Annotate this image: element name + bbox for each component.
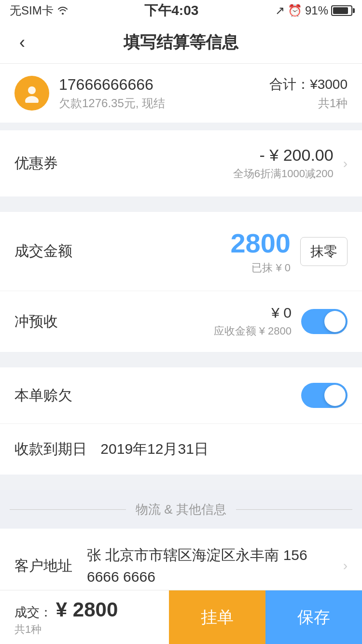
- separator2: [0, 360, 362, 367]
- divider-text: 物流 & 其他信息: [136, 501, 226, 518]
- customer-left: 17666666666 欠款1276.35元, 现结: [14, 76, 165, 111]
- coupon-section: 优惠券 - ¥ 200.00 全场6折满1000减200 ›: [0, 130, 362, 196]
- deal-amount-sub: 已抹 ¥ 0: [230, 261, 291, 275]
- bottom-bar: 成交： ¥ 2800 共1种 挂单 保存: [0, 590, 362, 644]
- logistics-divider: 物流 & 其他信息: [0, 490, 362, 529]
- deal-amount-value: 2800: [230, 227, 291, 259]
- battery-icon: [331, 5, 352, 16]
- status-time: 下午4:03: [144, 1, 198, 20]
- chong-label: 冲预收: [14, 312, 58, 332]
- duedate-row: 收款到期日 2019年12月31日: [0, 424, 362, 475]
- customer-right: 合计：¥3000 共1种: [269, 75, 348, 111]
- toggle-knob: [324, 311, 346, 332]
- svg-point-0: [28, 86, 36, 94]
- deal-amount-label: 成交金额: [14, 241, 72, 261]
- address-value: 张 北京市市辖区海淀区永丰南 156 6666 6666: [87, 544, 335, 588]
- chevron-right-icon: ›: [343, 156, 348, 171]
- divider-line-left: [10, 509, 126, 510]
- coupon-label: 优惠券: [14, 154, 58, 173]
- total-label: 合计：: [269, 77, 310, 92]
- duedate-value: 2019年12月31日: [100, 441, 208, 457]
- chong-amount: ¥ 0: [271, 305, 292, 321]
- chong-toggle[interactable]: [301, 309, 348, 334]
- bottom-deal-row: 成交： ¥ 2800: [14, 598, 154, 621]
- sheqian-section: 本单赊欠 收款到期日 2019年12月31日: [0, 367, 362, 475]
- coupon-desc: 全场6折满1000减200: [233, 167, 334, 181]
- customer-phone: 17666666666: [59, 76, 165, 94]
- sheqian-row: 本单赊欠: [0, 367, 362, 423]
- location-icon: ↗: [275, 4, 285, 17]
- status-left: 无SIM卡: [10, 3, 68, 18]
- bottom-summary: 成交： ¥ 2800 共1种: [0, 598, 169, 637]
- separator3: [0, 482, 362, 490]
- status-bar: 无SIM卡 下午4:03 ↗ ⏰ 91%: [0, 0, 362, 21]
- round-zero-button[interactable]: 抹零: [300, 237, 348, 266]
- content-area: 17666666666 欠款1276.35元, 现结 合计：¥3000 共1种 …: [0, 64, 362, 644]
- svg-point-1: [25, 96, 39, 103]
- coupon-amount: - ¥ 200.00: [233, 146, 334, 165]
- bottom-btn-group: 挂单 保存: [169, 590, 362, 644]
- duedate-content: 收款到期日 2019年12月31日: [14, 441, 209, 457]
- deal-amount-section: 成交金额 2800 已抹 ¥ 0 抹零 冲预收 ¥ 0 应收金额 ¥ 2800: [0, 212, 362, 352]
- sheqian-label: 本单赊欠: [14, 386, 72, 406]
- bottom-deal-amount: ¥ 2800: [56, 598, 118, 621]
- sheqian-toggle-knob: [324, 385, 346, 406]
- coupon-row[interactable]: 优惠券 - ¥ 200.00 全场6折满1000减200 ›: [0, 130, 362, 196]
- hang-button[interactable]: 挂单: [169, 590, 265, 644]
- address-chevron-icon: ›: [343, 558, 348, 574]
- customer-card: 17666666666 欠款1276.35元, 现结 合计：¥3000 共1种: [0, 64, 362, 123]
- carrier-label: 无SIM卡: [10, 3, 54, 18]
- total-label-value: 合计：¥3000: [269, 75, 348, 94]
- address-label: 客户地址: [14, 556, 72, 576]
- bottom-deal-label: 成交：: [14, 605, 52, 619]
- bottom-deal-count: 共1种: [14, 622, 154, 637]
- page-title: 填写结算等信息: [124, 31, 238, 54]
- separator1: [0, 204, 362, 212]
- alarm-icon: ⏰: [288, 4, 302, 17]
- nav-bar: ‹ 填写结算等信息: [0, 21, 362, 64]
- deal-amount-row: 成交金额 2800 已抹 ¥ 0 抹零: [0, 212, 362, 291]
- duedate-label: 收款到期日: [14, 441, 87, 457]
- sheqian-toggle[interactable]: [301, 383, 348, 408]
- status-right: ↗ ⏰ 91%: [275, 4, 352, 17]
- chong-row: 冲预收 ¥ 0 应收金额 ¥ 2800: [0, 291, 362, 352]
- coupon-right: - ¥ 200.00 全场6折满1000减200 ›: [233, 146, 348, 181]
- total-value: ¥3000: [310, 77, 348, 92]
- wifi-icon: [57, 4, 68, 17]
- save-button[interactable]: 保存: [265, 590, 362, 644]
- customer-debt: 欠款1276.35元, 现结: [59, 96, 165, 111]
- divider-line-right: [236, 509, 352, 510]
- customer-info: 17666666666 欠款1276.35元, 现结: [59, 76, 165, 111]
- deal-amount-right: 2800 已抹 ¥ 0 抹零: [230, 227, 348, 275]
- back-button[interactable]: ‹: [14, 28, 30, 57]
- battery-percent: 91%: [305, 4, 328, 17]
- total-count: 共1种: [269, 96, 348, 111]
- avatar: [14, 76, 49, 111]
- chong-receivable: 应收金额 ¥ 2800: [214, 324, 292, 338]
- chong-right: ¥ 0 应收金额 ¥ 2800: [214, 305, 292, 338]
